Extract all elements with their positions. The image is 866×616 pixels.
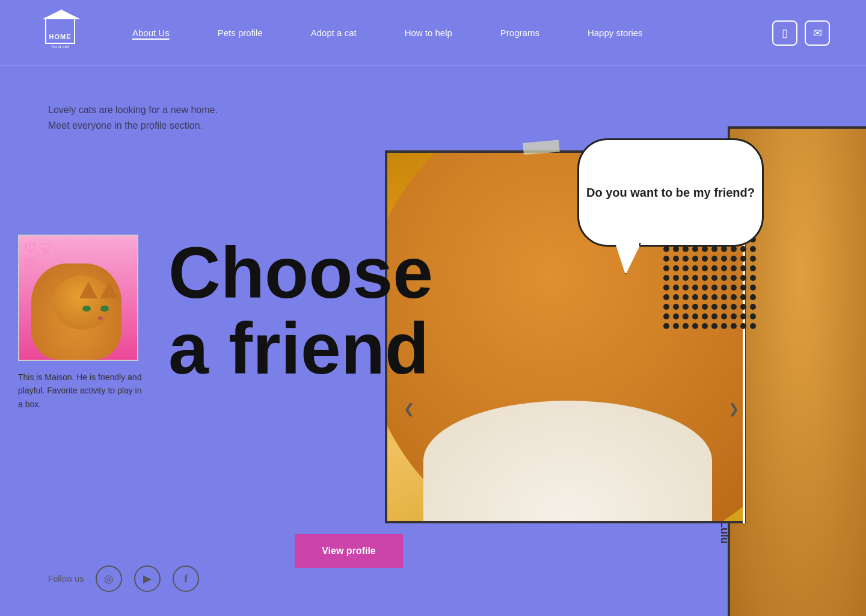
- nav-link-adopt[interactable]: Adopt a cat: [311, 28, 357, 38]
- view-profile-button[interactable]: View profile: [295, 534, 403, 568]
- small-cat-head: [52, 276, 112, 330]
- cat-thumbnail: ♡ ♡ ♡: [18, 235, 138, 361]
- cat-description: This is Maison. He is friendly and playf…: [18, 371, 144, 411]
- dot-pattern-decoration: [662, 235, 758, 331]
- svg-rect-1: [662, 235, 758, 331]
- nav-item-stories[interactable]: Happy stories: [588, 28, 643, 38]
- hearts-decoration: ♡ ♡ ♡: [24, 241, 52, 272]
- hero-heading-line2: a friend: [168, 310, 433, 386]
- nav-link-about[interactable]: About Us: [132, 28, 170, 38]
- main-content: Lovely cats are looking for a new home. …: [0, 66, 866, 616]
- email-icon-button[interactable]: ✉: [805, 20, 830, 46]
- nav-link-help[interactable]: How to help: [405, 28, 452, 38]
- tagline: Lovely cats are looking for a new home. …: [48, 102, 218, 133]
- small-cat-nose: [98, 316, 103, 320]
- facebook-icon-button[interactable]: f: [173, 565, 199, 592]
- carousel-arrow-left[interactable]: ❮: [397, 397, 421, 421]
- instagram-icon: ◎: [104, 572, 114, 585]
- hero-heading: Choose a friend: [168, 235, 433, 386]
- nav-item-programs[interactable]: Programs: [500, 28, 539, 38]
- carousel-arrow-right[interactable]: ❯: [722, 397, 746, 421]
- logo-text: HOME: [49, 33, 72, 40]
- instagram-icon-button[interactable]: ◎: [96, 565, 122, 592]
- small-cat-body: [31, 263, 121, 360]
- nav-action-icons: ▯ ✉: [772, 20, 830, 46]
- logo[interactable]: HOME for a cat: [36, 12, 84, 54]
- nav-item-pets[interactable]: Pets profile: [218, 28, 263, 38]
- heart-icon-1: ♡: [24, 241, 36, 256]
- phone-icon-button[interactable]: ▯: [772, 20, 797, 46]
- follow-label: Follow us: [48, 574, 84, 584]
- heart-icon-3: ♡: [24, 256, 36, 272]
- nav-item-adopt[interactable]: Adopt a cat: [311, 28, 357, 38]
- facebook-icon: f: [184, 573, 188, 585]
- nav-item-about[interactable]: About Us: [132, 28, 170, 38]
- speech-bubble-text: Do you want to be my friend?: [586, 184, 755, 201]
- speech-bubble: Do you want to be my friend?: [577, 138, 764, 247]
- youtube-icon-button[interactable]: ▶: [134, 565, 161, 592]
- tagline-line1: Lovely cats are looking for a new home.: [48, 102, 218, 118]
- cat-name-label: Lulu: [718, 521, 731, 544]
- hero-heading-line1: Choose: [168, 235, 433, 310]
- navigation: HOME for a cat About Us Pets profile Ado…: [0, 0, 866, 66]
- small-cat-eye-left: [82, 306, 91, 312]
- logo-subtext: for a cat: [52, 44, 69, 49]
- nav-link-stories[interactable]: Happy stories: [588, 28, 643, 38]
- phone-icon: ▯: [782, 26, 788, 40]
- right-chevron-icon: ❯: [728, 401, 739, 417]
- logo-house-icon: HOME: [45, 17, 75, 44]
- tagline-line2: Meet everyone in the profile section.: [48, 118, 218, 134]
- cat-belly: [423, 401, 712, 521]
- cat-profile-card: ♡ ♡ ♡ This is Maison. He is friendly and…: [18, 235, 144, 411]
- heart-icon-2: ♡: [40, 241, 52, 256]
- footer-social: Follow us ◎ ▶ f: [48, 565, 199, 592]
- nav-link-programs[interactable]: Programs: [500, 28, 539, 38]
- left-chevron-icon: ❮: [404, 401, 414, 417]
- small-cat-ear-right: [100, 282, 118, 298]
- youtube-icon: ▶: [143, 572, 152, 585]
- small-cat-ear-left: [79, 282, 97, 298]
- small-cat-eye-right: [100, 306, 109, 312]
- nav-menu: About Us Pets profile Adopt a cat How to…: [132, 28, 772, 38]
- nav-link-pets[interactable]: Pets profile: [218, 28, 263, 38]
- email-icon: ✉: [813, 26, 822, 40]
- nav-item-help[interactable]: How to help: [405, 28, 452, 38]
